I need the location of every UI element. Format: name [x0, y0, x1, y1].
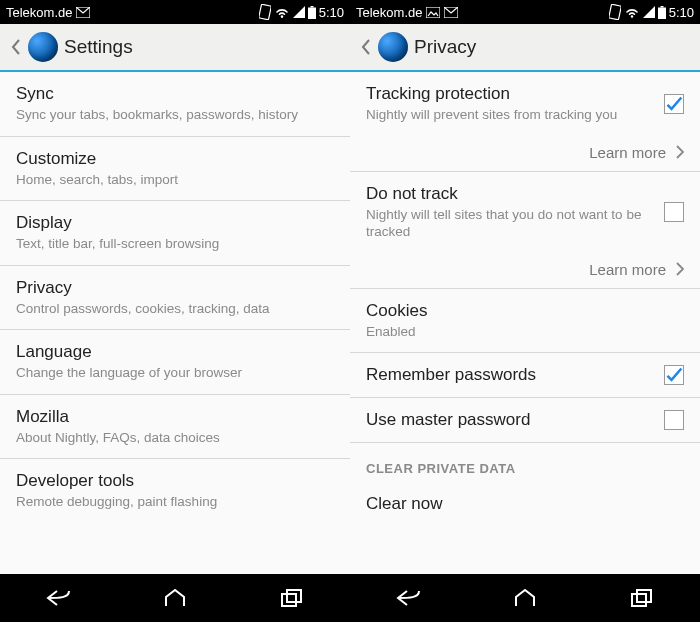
row-remember-passwords[interactable]: Remember passwords — [350, 353, 700, 398]
privacy-list: Tracking protection Nightly will prevent… — [350, 72, 700, 574]
svg-rect-12 — [287, 590, 301, 602]
row-cookies[interactable]: Cookies Enabled — [350, 289, 700, 354]
battery-icon — [658, 6, 666, 19]
row-do-not-track[interactable]: Do not track Nightly will tell sites tha… — [350, 172, 700, 251]
row-tracking-protection[interactable]: Tracking protection Nightly will prevent… — [350, 72, 700, 134]
checkbox-tracking[interactable] — [664, 94, 684, 114]
image-icon — [426, 7, 440, 18]
app-bar: Privacy — [350, 24, 700, 72]
clock-label: 5:10 — [669, 5, 694, 20]
svg-rect-9 — [658, 7, 666, 19]
signal-icon — [293, 6, 305, 18]
mail-icon — [76, 7, 90, 18]
wifi-icon — [274, 6, 290, 18]
screen-settings: Telekom.de 5:10 Settings SyncSync your t… — [0, 0, 350, 574]
svg-rect-5 — [426, 7, 440, 18]
rotate-icon — [609, 4, 621, 20]
back-button[interactable] — [358, 35, 372, 59]
svg-rect-14 — [637, 590, 651, 602]
checkbox-master[interactable] — [664, 410, 684, 430]
signal-icon — [643, 6, 655, 18]
svg-point-2 — [280, 15, 282, 17]
row-clear-now[interactable]: Clear now — [350, 482, 700, 526]
svg-rect-10 — [660, 6, 663, 8]
status-bar: Telekom.de 5:10 — [350, 0, 700, 24]
checkbox-dnt[interactable] — [664, 202, 684, 222]
svg-rect-7 — [609, 4, 621, 20]
svg-rect-13 — [632, 594, 646, 606]
nav-bar — [0, 574, 700, 622]
status-bar: Telekom.de 5:10 — [0, 0, 350, 24]
nav-recent-button[interactable] — [278, 584, 306, 612]
page-title: Settings — [64, 36, 133, 58]
back-button[interactable] — [8, 35, 22, 59]
chevron-right-icon — [676, 145, 684, 159]
row-language[interactable]: LanguageChange the language of your brow… — [0, 330, 350, 395]
rotate-icon — [259, 4, 271, 20]
carrier-label: Telekom.de — [356, 5, 422, 20]
row-master-password[interactable]: Use master password — [350, 398, 700, 443]
battery-icon — [308, 6, 316, 19]
svg-point-8 — [630, 15, 632, 17]
row-customize[interactable]: CustomizeHome, search, tabs, import — [0, 137, 350, 202]
row-developer-tools[interactable]: Developer toolsRemote debugging, paint f… — [0, 459, 350, 523]
checkbox-remember[interactable] — [664, 365, 684, 385]
nav-back-button[interactable] — [394, 584, 422, 612]
section-clear-private-data: CLEAR PRIVATE DATA — [350, 443, 700, 482]
row-display[interactable]: DisplayText, title bar, full-screen brow… — [0, 201, 350, 266]
svg-rect-1 — [259, 4, 271, 20]
chevron-right-icon — [676, 262, 684, 276]
mail-icon — [444, 7, 458, 18]
app-icon — [28, 32, 58, 62]
nav-recent-button[interactable] — [628, 584, 656, 612]
app-icon — [378, 32, 408, 62]
svg-rect-11 — [282, 594, 296, 606]
wifi-icon — [624, 6, 640, 18]
settings-list: SyncSync your tabs, bookmarks, passwords… — [0, 72, 350, 574]
row-sync[interactable]: SyncSync your tabs, bookmarks, passwords… — [0, 72, 350, 137]
learn-more-tracking[interactable]: Learn more — [350, 134, 700, 172]
svg-rect-4 — [310, 6, 313, 8]
svg-rect-3 — [308, 7, 316, 19]
row-privacy[interactable]: PrivacyControl passwords, cookies, track… — [0, 266, 350, 331]
carrier-label: Telekom.de — [6, 5, 72, 20]
learn-more-dnt[interactable]: Learn more — [350, 251, 700, 289]
nav-home-button[interactable] — [161, 584, 189, 612]
nav-home-button[interactable] — [511, 584, 539, 612]
clock-label: 5:10 — [319, 5, 344, 20]
row-mozilla[interactable]: MozillaAbout Nightly, FAQs, data choices — [0, 395, 350, 460]
page-title: Privacy — [414, 36, 476, 58]
app-bar: Settings — [0, 24, 350, 72]
screen-privacy: Telekom.de 5:10 Privacy Tracking pr — [350, 0, 700, 574]
nav-back-button[interactable] — [44, 584, 72, 612]
